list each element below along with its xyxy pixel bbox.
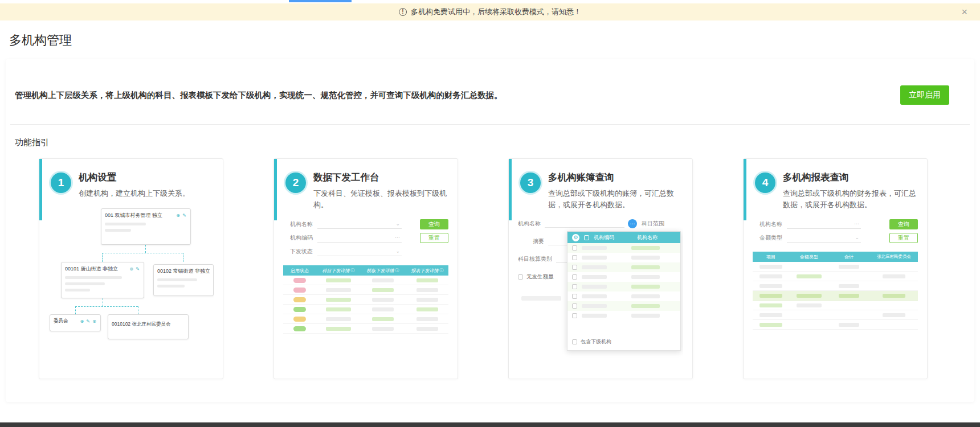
guide-card-org-setup: 1 机构设置 创建机构，建立机构上下级关系。 001 双城市村务管理 独立 ⊕ … bbox=[39, 158, 223, 379]
warning-icon: ! bbox=[399, 8, 407, 16]
column-header: 机构名称 bbox=[637, 234, 676, 241]
card-accent bbox=[274, 159, 277, 220]
table-header: 项目 金额类型 合计 张北庄村民委员会 bbox=[753, 252, 918, 262]
list-item bbox=[567, 301, 680, 311]
top-progress-bar bbox=[289, 0, 352, 2]
table-row bbox=[283, 324, 448, 334]
org-picker-popup: ⚙ 机构编码 机构名称 包含下级机构 bbox=[567, 231, 681, 351]
placeholder-bar bbox=[105, 223, 146, 225]
form-row: 下发状态 ⌄ bbox=[283, 245, 448, 258]
checkbox-label: 包含下级机构 bbox=[581, 338, 611, 346]
step-number-4: 4 bbox=[755, 173, 775, 193]
tree-node-actions: ⊕ ✎ bbox=[176, 213, 187, 218]
card-title: 数据下发工作台 bbox=[313, 171, 448, 184]
popup-footer: 包含下级机构 bbox=[572, 338, 611, 346]
table-row bbox=[283, 305, 448, 314]
tree-node-root: 001 双城市村务管理 独立 ⊕ ✎ bbox=[101, 208, 191, 245]
add-icon: ⊕ bbox=[129, 266, 134, 272]
table-row bbox=[753, 272, 918, 281]
list-item bbox=[567, 311, 680, 321]
table-row bbox=[753, 281, 918, 291]
page-title: 多机构管理 bbox=[9, 32, 980, 49]
table-row bbox=[283, 295, 448, 305]
banner-close-icon[interactable]: × bbox=[961, 7, 967, 17]
field-label: 金额类型 bbox=[753, 234, 782, 242]
delete-icon: ⊗ bbox=[92, 319, 97, 324]
mock-reset-button: 重置 bbox=[420, 233, 448, 243]
field-label: 机构名称 bbox=[753, 220, 782, 228]
field-label: 下发状态 bbox=[283, 248, 313, 256]
mock-table: 启用状态 科目下发详情ⓘ 模板下发详情ⓘ 报表下发详情ⓘ bbox=[283, 265, 448, 334]
more-icon: ⋯ bbox=[628, 219, 637, 228]
org-tree-mock: 001 双城市村务管理 独立 ⊕ ✎ 00101 唐山街道 非独立 ⊕ ✎ bbox=[48, 206, 214, 348]
banner-text: 多机构免费试用中，后续将采取收费模式，请知悉！ bbox=[411, 7, 581, 17]
mock-reset-button: 重置 bbox=[889, 233, 918, 243]
placeholder-bar bbox=[157, 278, 197, 281]
description-row: 管理机构上下层级关系，将上级机构的科目、报表模板下发给下级机构，实现统一、规范化… bbox=[6, 59, 974, 124]
info-icon: ⓘ bbox=[395, 268, 399, 273]
mock-input: ⋯ bbox=[317, 233, 402, 243]
checkbox bbox=[584, 235, 589, 240]
field-label: 科目范围 bbox=[642, 220, 664, 228]
table-header: 启用状态 科目下发详情ⓘ 模板下发详情ⓘ 报表下发详情ⓘ bbox=[283, 265, 448, 276]
main-panel: 管理机构上下层级关系，将上级机构的科目、报表模板下发给下级机构，实现统一、规范化… bbox=[6, 59, 974, 402]
card-header: 3 多机构账簿查询 查询总部或下级机构的账簿，可汇总数据，或展开各机构数据。 bbox=[509, 159, 692, 211]
mock-input: ⌄ bbox=[317, 220, 402, 229]
form-row: 机构名称 ⋯ 科目范围 bbox=[518, 217, 683, 230]
placeholder-bar bbox=[65, 289, 90, 291]
checkbox-label: 无发生额显 bbox=[526, 273, 554, 281]
tree-node-child1: 00101 唐山街道 非独立 ⊕ ✎ bbox=[61, 262, 144, 298]
settings-icon: ⚙ bbox=[572, 234, 579, 241]
checkbox bbox=[518, 274, 523, 280]
mock-table: 项目 金额类型 合计 张北庄村民委员会 bbox=[753, 252, 918, 330]
mock-input bbox=[545, 220, 624, 228]
card-accent bbox=[39, 159, 42, 220]
card-title: 多机构报表查询 bbox=[783, 171, 918, 184]
placeholder-bar bbox=[65, 276, 122, 279]
placeholder-bar bbox=[105, 229, 131, 232]
tree-node-name: 001 双城市村务管理 独立 bbox=[105, 212, 162, 219]
chevron-down-icon: ⌄ bbox=[855, 235, 859, 240]
placeholder-bar bbox=[65, 282, 105, 285]
list-item bbox=[567, 291, 680, 301]
info-icon: ⓘ bbox=[351, 268, 355, 273]
mock-input: ⌄ bbox=[317, 247, 402, 256]
field-label: 机构名称 bbox=[518, 220, 541, 228]
card-accent bbox=[509, 159, 512, 220]
column-header: 合计 bbox=[829, 254, 869, 260]
table-row bbox=[283, 314, 448, 324]
tree-node-leaf1: 委员会 ⊕ ✎ ⊗ bbox=[50, 314, 101, 331]
more-icon: ⋯ bbox=[854, 221, 859, 227]
tree-node-name: 委员会 bbox=[54, 318, 68, 325]
mock-input: ⌄ bbox=[787, 233, 861, 243]
field-label: 科目核算类别 bbox=[518, 255, 552, 263]
list-item bbox=[567, 262, 680, 272]
step-number-3: 3 bbox=[520, 173, 541, 193]
tree-connector bbox=[75, 306, 138, 307]
table-row-highlighted bbox=[753, 291, 918, 301]
chevron-down-icon: ⌄ bbox=[395, 249, 400, 254]
field-label: 摘要 bbox=[518, 237, 544, 245]
chevron-down-icon: ⌄ bbox=[395, 221, 400, 227]
guide-card-report-query: 4 多机构报表查询 查询总部或下级机构的财务报表，可汇总数据，或展开各机构数据。… bbox=[743, 158, 928, 379]
more-icon: ⋯ bbox=[395, 235, 400, 240]
mock-query-button: 查询 bbox=[420, 219, 448, 229]
guide-card-ledger-query: 3 多机构账簿查询 查询总部或下级机构的账簿，可汇总数据，或展开各机构数据。 机… bbox=[508, 158, 693, 379]
placeholder-bar bbox=[521, 296, 561, 301]
card-header: 1 机构设置 创建机构，建立机构上下级关系。 bbox=[39, 159, 223, 199]
column-header: 项目 bbox=[753, 254, 789, 260]
mock-input: ⋯ bbox=[787, 220, 861, 229]
report-query-mock: 机构名称 ⋯ 查询 金额类型 ⌄ 重置 项目 金额类型 合计 张北庄村民委员会 bbox=[753, 217, 918, 360]
ledger-query-mock: 机构名称 ⋯ 科目范围 摘要 科目核算类别 无发生额显 bbox=[518, 217, 683, 360]
card-desc: 查询总部或下级机构的财务报表，可汇总数据，或展开各机构数据。 bbox=[783, 188, 918, 211]
tree-node-name: 00102 常锡街道 非独立 bbox=[157, 268, 210, 275]
card-desc: 查询总部或下级机构的账簿，可汇总数据，或展开各机构数据。 bbox=[548, 188, 683, 211]
form-row: 机构名称 ⌄ 查询 bbox=[283, 217, 448, 231]
form-row: 机构名称 ⋯ 查询 bbox=[753, 217, 918, 231]
info-icon: ⓘ bbox=[440, 268, 444, 273]
card-desc: 创建机构，建立机构上下级关系。 bbox=[79, 188, 190, 199]
enable-now-button[interactable]: 立即启用 bbox=[900, 85, 949, 105]
column-header: 张北庄村民委员会 bbox=[869, 254, 918, 260]
tree-connector bbox=[145, 245, 146, 253]
tree-connector bbox=[102, 253, 183, 253]
